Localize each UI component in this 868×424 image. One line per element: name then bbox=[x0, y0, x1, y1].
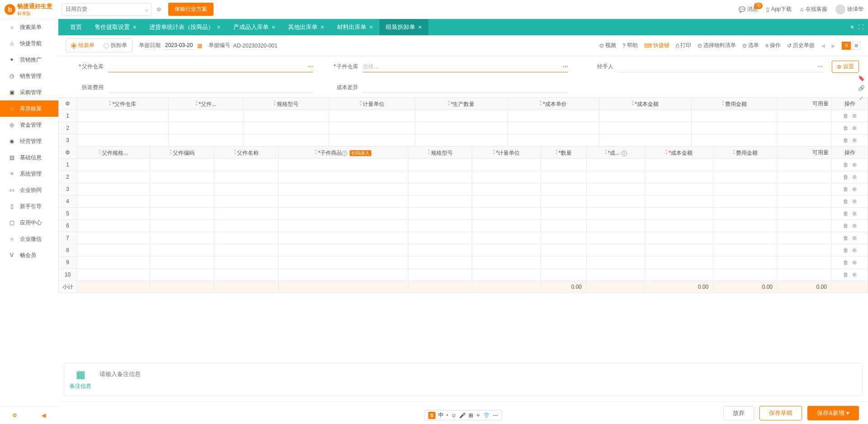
copy-icon[interactable]: ⊕ bbox=[852, 247, 857, 253]
operate-link[interactable]: ≡ 操作 bbox=[765, 42, 781, 49]
sidebar-item[interactable]: ○企业微信 bbox=[0, 231, 58, 247]
close-icon[interactable]: ✕ bbox=[271, 24, 275, 30]
close-icon[interactable]: ✕ bbox=[133, 24, 137, 30]
disassemble-radio[interactable]: 拆卸单 bbox=[100, 40, 131, 51]
column-header[interactable]: ▴▾费用金额 bbox=[691, 98, 777, 110]
column-header[interactable]: ▴▾费用金额 bbox=[713, 147, 778, 159]
date-input[interactable]: 2023-03-20 bbox=[163, 41, 194, 50]
column-header[interactable]: ▴▾*父件... bbox=[169, 98, 243, 110]
table-row[interactable]: 9🗑⊕ bbox=[59, 257, 868, 269]
copy-icon[interactable]: ⊕ bbox=[852, 113, 857, 119]
view-list-icon[interactable]: ☰ bbox=[842, 42, 851, 50]
column-header[interactable]: 可用量 bbox=[778, 98, 832, 110]
material-list-link[interactable]: ⊙ 选择物料清单 bbox=[697, 42, 736, 49]
sidebar-item[interactable]: ⌂库存核算 bbox=[0, 100, 58, 117]
column-header[interactable]: ▴▾*成本金额 bbox=[599, 98, 691, 110]
copy-icon[interactable]: ⊕ bbox=[852, 186, 857, 192]
delete-icon[interactable]: 🗑 bbox=[843, 186, 849, 192]
sidebar-item[interactable]: ⌕搜索菜单 bbox=[0, 19, 58, 35]
delete-icon[interactable]: 🗑 bbox=[843, 272, 849, 278]
copy-icon[interactable]: ⊕ bbox=[852, 223, 857, 229]
rail-link-icon[interactable]: 🔗 bbox=[856, 85, 866, 91]
column-header[interactable]: ▴▾父件规格... bbox=[77, 147, 150, 159]
close-icon[interactable]: ✕ bbox=[369, 24, 373, 30]
table-row[interactable]: 4🗑⊕ bbox=[59, 195, 868, 208]
copy-icon[interactable]: ⊕ bbox=[852, 272, 857, 278]
close-icon[interactable]: ✕ bbox=[418, 24, 422, 30]
table-row[interactable]: 7🗑⊕ bbox=[59, 232, 868, 244]
support-link[interactable]: ♫ 在线客服 bbox=[800, 5, 827, 13]
table-row[interactable]: 6🗑⊕ bbox=[59, 220, 868, 232]
copy-icon[interactable]: ⊕ bbox=[852, 137, 857, 143]
table-row[interactable]: 1🗑⊕ bbox=[59, 110, 868, 122]
sidebar-item[interactable]: ✧系统管理 bbox=[0, 166, 58, 182]
delete-icon[interactable]: 🗑 bbox=[843, 113, 849, 119]
handler-input[interactable]: ⋯ bbox=[618, 62, 823, 72]
delete-icon[interactable]: 🗑 bbox=[843, 235, 849, 241]
delete-icon[interactable]: 🗑 bbox=[843, 137, 849, 143]
user-menu[interactable]: 徐泽华 bbox=[835, 5, 863, 14]
copy-icon[interactable]: ⊕ bbox=[852, 174, 857, 180]
table-row[interactable]: 2🗑⊕ bbox=[59, 122, 868, 134]
lookup-icon[interactable]: ⋯ bbox=[308, 63, 313, 70]
delete-icon[interactable]: 🗑 bbox=[843, 125, 849, 131]
column-header[interactable]: ▴▾*子件商品? 扫码录入 bbox=[278, 147, 408, 159]
view-grid-icon[interactable]: ⊞ bbox=[852, 42, 861, 50]
copy-icon[interactable]: ⊕ bbox=[852, 198, 857, 205]
sidebar-collapse-button[interactable]: ◀ bbox=[29, 406, 59, 424]
tab[interactable]: 组装拆卸单✕ bbox=[379, 19, 428, 35]
tab-expand-icon[interactable]: ⛶ bbox=[858, 24, 863, 30]
category-select[interactable]: 日用百货 ⌵ bbox=[62, 3, 152, 16]
sidebar-item[interactable]: ⌂快捷导航 bbox=[0, 35, 58, 52]
tab[interactable]: 进货单统计表（按商品）✕ bbox=[143, 19, 227, 35]
parent-warehouse-input[interactable]: ⋯ bbox=[108, 62, 313, 72]
column-header[interactable]: ▴▾*成... ? bbox=[587, 147, 645, 159]
column-header[interactable]: ▴▾*数量 bbox=[541, 147, 586, 159]
cost-diff-input[interactable] bbox=[363, 82, 568, 93]
child-warehouse-input[interactable]: 选择...⋯ bbox=[363, 62, 568, 72]
sidebar-settings-button[interactable]: ⚙ bbox=[0, 406, 29, 424]
tab[interactable]: 首页 bbox=[64, 19, 88, 35]
delete-icon[interactable]: 🗑 bbox=[843, 210, 849, 217]
save-draft-button[interactable]: 保存草稿 bbox=[759, 406, 802, 420]
info-icon[interactable]: ? bbox=[342, 151, 347, 156]
column-header[interactable]: 可用量 bbox=[778, 147, 832, 159]
sidebar-item[interactable]: ▭企业协同 bbox=[0, 182, 58, 198]
messages-link[interactable]: 💬 消息 70 bbox=[739, 5, 758, 13]
gear-icon[interactable]: ⚙ bbox=[59, 98, 77, 110]
disassembly-fee-input[interactable] bbox=[108, 82, 313, 93]
sidebar-item[interactable]: ▯新手引导 bbox=[0, 198, 58, 214]
select-doc-link[interactable]: ⊙ 选单 bbox=[742, 42, 759, 49]
column-header[interactable]: ▴▾规格型号 bbox=[243, 98, 329, 110]
remark-input[interactable] bbox=[98, 369, 857, 379]
sidebar-item[interactable]: ▤基础信息 bbox=[0, 149, 58, 166]
shortcut-link[interactable]: ⌨ 快捷键 bbox=[644, 42, 669, 49]
sidebar-item[interactable]: ◉经营管理 bbox=[0, 133, 58, 149]
column-header[interactable]: ▴▾*父件仓库 bbox=[77, 98, 169, 110]
print-link[interactable]: ⎙ 打印 bbox=[676, 42, 691, 49]
delete-icon[interactable]: 🗑 bbox=[843, 259, 849, 266]
lookup-icon[interactable]: ⋯ bbox=[563, 63, 568, 70]
copy-icon[interactable]: ⊕ bbox=[852, 162, 857, 168]
column-header[interactable]: 操作 bbox=[832, 147, 868, 159]
try-scheme-button[interactable]: 体验行业方案 bbox=[168, 3, 213, 16]
arrow-right-icon[interactable]: ▶ bbox=[831, 43, 835, 49]
sidebar-item[interactable]: V畅会员 bbox=[0, 247, 58, 263]
copy-icon[interactable]: ⊕ bbox=[852, 259, 857, 266]
save-new-button[interactable]: 保存&新增▾ bbox=[807, 406, 859, 420]
settings-button[interactable]: ⚙ 设置 bbox=[832, 61, 859, 73]
table-row[interactable]: 3🗑⊕ bbox=[59, 183, 868, 195]
copy-icon[interactable]: ⊕ bbox=[852, 235, 857, 241]
table-row[interactable]: 3🗑⊕ bbox=[59, 134, 868, 147]
gear-icon[interactable]: ⚙ bbox=[157, 6, 161, 13]
column-header[interactable]: ▴▾*计量单位 bbox=[472, 147, 541, 159]
video-link[interactable]: ⊙ 视频 bbox=[599, 42, 616, 49]
sidebar-item[interactable]: ✦营销推广 bbox=[0, 52, 58, 68]
sidebar-item[interactable]: ◎资金管理 bbox=[0, 117, 58, 133]
sidebar-item[interactable]: ◷销售管理 bbox=[0, 68, 58, 84]
delete-icon[interactable]: 🗑 bbox=[843, 247, 849, 253]
discard-button[interactable]: 放弃 bbox=[723, 406, 754, 420]
table-row[interactable]: 1🗑⊕ bbox=[59, 159, 868, 171]
ime-toolbar[interactable]: S 中 •☺🎤⊞✧👕⋯ bbox=[424, 410, 502, 420]
column-header[interactable]: ▴▾父件编码 bbox=[150, 147, 214, 159]
